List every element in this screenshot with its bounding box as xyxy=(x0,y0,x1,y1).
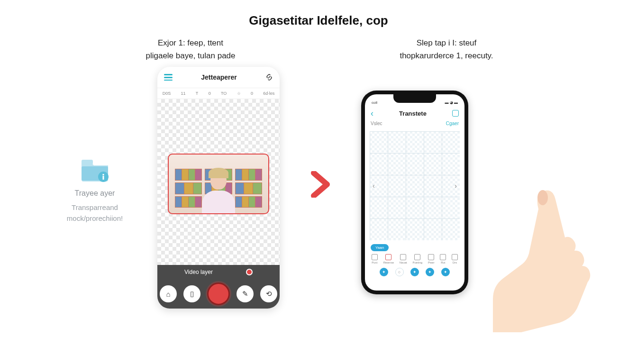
tool-icon xyxy=(428,254,434,260)
tool-item[interactable]: Poct xyxy=(372,254,378,264)
sub-right[interactable]: Cgaer xyxy=(446,121,459,131)
phone2-toolbar: Poct Retense Nauat Poettng Pwer Rot Drs xyxy=(365,253,464,265)
video-layer-thumbnail[interactable] xyxy=(168,154,269,214)
caption-left-line1: Exjor 1: feep, ttent xyxy=(124,36,257,49)
arrow-right-icon xyxy=(310,171,331,200)
ruler-item[interactable]: TO xyxy=(220,91,228,96)
tool-icon xyxy=(440,254,446,260)
caption-right: Slep tap i I: steuf thopkarurderce 1, re… xyxy=(380,36,513,62)
status-left: coll xyxy=(372,100,377,105)
info-subtitle: Transparreand mock/prorechiion! xyxy=(52,202,137,224)
phone2-header: ‹ Transtete xyxy=(365,106,464,121)
switch-button[interactable]: ⟲ xyxy=(260,285,277,302)
tool-item[interactable]: Drs xyxy=(452,254,458,264)
grid-prev[interactable]: ‹ xyxy=(373,182,375,190)
nav-dot[interactable]: ✦ xyxy=(410,268,419,276)
ruler-item[interactable]: 0 xyxy=(250,91,254,96)
ruler-item[interactable]: ☆ xyxy=(236,91,242,96)
phone-right: coll ▬ ◕ ▬ ‹ Transtete Vslec Cgaer ‹ › Y… xyxy=(361,91,468,294)
phone2-title: Transtete xyxy=(399,110,427,117)
svg-point-5 xyxy=(537,190,548,205)
folder-info-icon xyxy=(80,157,110,182)
ruler-item[interactable]: 6d·les xyxy=(262,91,275,96)
captions-row: Exjor 1: feep, ttent pligaele baye, tula… xyxy=(0,36,637,62)
video-layer-label: Video layer xyxy=(184,269,213,275)
clipboard-icon[interactable] xyxy=(452,110,459,117)
phone2-subheader: Vslec Cgaer xyxy=(365,121,464,131)
phone1-toolbar[interactable]: D0S 11 T 0 TO ☆ 0 6d·les xyxy=(157,88,280,99)
record-button[interactable] xyxy=(207,282,230,305)
back-button[interactable]: ‹ xyxy=(371,109,373,118)
status-right: ▬ ◕ ▬ xyxy=(445,100,458,105)
tool-icon xyxy=(414,254,420,260)
ruler-item[interactable]: 0 xyxy=(208,91,212,96)
grid-next[interactable]: › xyxy=(455,182,457,190)
tool-item[interactable]: Poettng xyxy=(413,254,423,264)
tool-icon xyxy=(372,254,378,260)
info-title: Trayee ayer xyxy=(52,189,137,198)
phone1-title: Jetteaperer xyxy=(201,73,237,81)
phone1-canvas[interactable] xyxy=(157,99,280,265)
tool-item[interactable]: Retense xyxy=(383,254,394,264)
gallery-button[interactable]: ✎ xyxy=(237,285,254,302)
home-button[interactable]: ⌂ xyxy=(160,285,177,302)
recording-indicator-icon xyxy=(246,269,253,275)
link-icon[interactable] xyxy=(265,73,273,81)
svg-rect-4 xyxy=(103,176,104,180)
svg-rect-0 xyxy=(82,160,93,164)
menu-icon[interactable] xyxy=(164,74,173,81)
nav-dot[interactable]: ○ xyxy=(395,268,404,276)
pointing-hand-illustration xyxy=(482,181,614,332)
ruler-item[interactable]: D0S xyxy=(162,91,172,96)
sub-left[interactable]: Vslec xyxy=(371,121,382,131)
phone-notch xyxy=(393,94,436,103)
person-in-video xyxy=(200,171,237,213)
nav-dot[interactable]: ✦ xyxy=(441,268,450,276)
phone-left: Jetteaperer D0S 11 T 0 TO ☆ 0 6d·les xyxy=(157,67,280,309)
tool-item[interactable]: Nauat xyxy=(400,254,407,264)
tool-icon xyxy=(385,254,391,260)
device-button[interactable]: ▯ xyxy=(183,285,200,302)
phone2-bottom-nav: ✦ ○ ✦ ✦ ✦ xyxy=(365,265,464,276)
tool-icon xyxy=(400,254,406,260)
page-title: Gigasetitar Idelfele, cop xyxy=(0,0,637,28)
nav-dot[interactable]: ✦ xyxy=(426,268,434,276)
phone1-header: Jetteaperer xyxy=(157,67,280,88)
tag-pill[interactable]: Yaan xyxy=(371,244,389,251)
ruler-item[interactable]: T xyxy=(195,91,200,96)
tool-item[interactable]: Rot xyxy=(440,254,446,264)
caption-left-line2: pligaele baye, tulan pade xyxy=(124,49,257,62)
svg-rect-3 xyxy=(103,174,104,175)
phone1-bottom-bar: Video layer ⌂ ▯ ✎ ⟲ xyxy=(157,265,280,309)
tool-item[interactable]: Pwer xyxy=(428,254,435,264)
tool-icon xyxy=(452,254,458,260)
caption-left: Exjor 1: feep, ttent pligaele baye, tula… xyxy=(124,36,257,62)
info-block: Trayee ayer Transparreand mock/prorechii… xyxy=(52,157,137,224)
caption-right-line1: Slep tap i I: steuf xyxy=(380,36,513,49)
caption-right-line2: thopkarurderce 1, reecuty. xyxy=(380,49,513,62)
nav-dot[interactable]: ✦ xyxy=(380,268,388,276)
ruler-item[interactable]: 11 xyxy=(180,91,186,96)
phone2-canvas-grid[interactable]: ‹ › xyxy=(370,131,460,240)
